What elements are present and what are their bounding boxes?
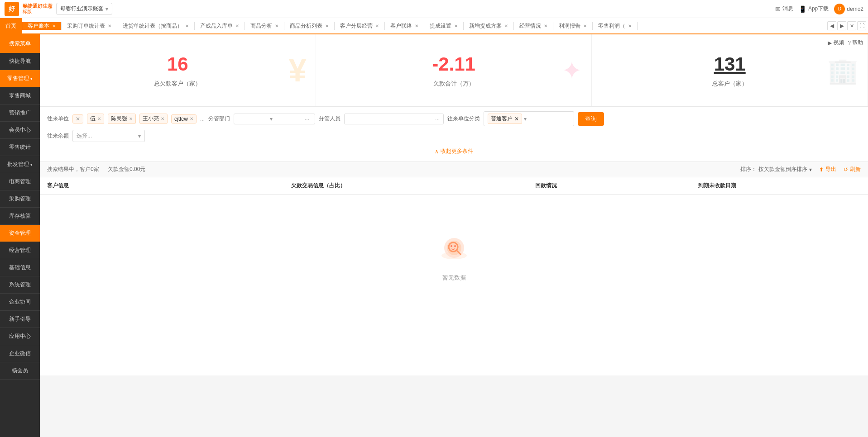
tab-promotion-settings-close[interactable]: ✕ [454,24,458,28]
tab-customer-tier-close[interactable]: ✕ [375,24,379,28]
filter-unit-clear-icon[interactable]: ✕ [76,116,80,122]
tab-retail-profit[interactable]: 零售利润（ ✕ [593,22,638,30]
help-label: 帮助 [852,39,863,47]
tab-scroll-area: 客户账本 ✕ 采购订单统计表 ✕ 进货单统计表（按商品） ✕ 产成品入库单 ✕ … [22,22,825,30]
tab-customer-contact[interactable]: 客户联络 ✕ [385,22,424,30]
sidebar-item-new-guide[interactable]: 新手引导 [0,311,40,328]
filter-more-tags[interactable]: ... [200,116,205,122]
sidebar-item-batch-mgmt[interactable]: 批发管理 ▾ [0,156,40,173]
tab-new-promotion-close[interactable]: ✕ [504,24,508,28]
user-profile[interactable]: D demo2 [834,4,863,14]
sidebar-item-premium[interactable]: 畅会员 [0,362,40,380]
sort-dropdown[interactable]: 排序： 按欠款金额倒序排序 ▾ [740,166,812,173]
tab-stock-stat-close[interactable]: ✕ [185,24,189,28]
tab-scroll-left[interactable]: ◀ [827,21,836,30]
sidebar-item-system[interactable]: 系统管理 [0,276,40,294]
tab-close-all[interactable]: ✕ [847,21,856,30]
svg-point-6 [454,245,456,247]
sidebar-item-marketing[interactable]: 营销推广 [0,104,40,122]
sidebar-item-app-center[interactable]: 应用中心 [0,328,40,345]
filter-person-select[interactable]: ··· [344,114,444,124]
filter-dept-label: 分管部门 [208,115,230,123]
tab-profit-report-close[interactable]: ✕ [583,24,587,28]
help-icon: ? [848,40,851,46]
video-btn[interactable]: ▶ 视频 [828,39,844,47]
org-name: 母婴行业演示账套 [60,5,104,13]
filter-row-2: 往来余额 选择... ▾ [47,130,861,142]
filter-tag-cjttcw-close[interactable]: ✕ [190,116,193,121]
data-table: 客户信息 欠款交易信息（占比） 回款情况 到期未收款日期 [40,177,868,375]
tab-product-analysis-list[interactable]: 商品分析列表 ✕ [284,22,335,30]
tab-scroll-right[interactable]: ▶ [837,21,846,30]
sidebar-quick-nav[interactable]: 快捷导航 [0,53,40,70]
filter-balance-select[interactable]: 选择... ▾ [72,130,145,142]
sidebar-search[interactable]: 搜索菜单 [0,34,40,53]
filter-tag-wang-close[interactable]: ✕ [161,116,164,121]
stat-total-customers-label: 总客户（家） [712,80,748,88]
sidebar-item-basic-info[interactable]: 基础信息 [0,259,40,276]
sidebar-item-retail-mall[interactable]: 零售商城 [0,87,40,104]
sidebar-item-capital[interactable]: 资金管理 [0,225,40,242]
filter-tag-cjttcw: cjttcw ✕ [171,114,197,124]
org-selector[interactable]: 母婴行业演示账套 ▾ [56,3,112,15]
tab-customer-book-label: 客户账本 [28,22,49,30]
tab-product-analysis-list-close[interactable]: ✕ [325,24,329,28]
tab-maximize[interactable]: ⛶ [857,21,866,30]
tab-product-analysis[interactable]: 商品分析 ✕ [245,22,284,30]
help-btn[interactable]: ? 帮助 [848,39,863,47]
sidebar-item-retail-stats[interactable]: 零售统计 [0,139,40,156]
sidebar-item-enterprise-coop[interactable]: 企业协同 [0,294,40,311]
sidebar-item-retail-mgmt[interactable]: 零售管理 ▾ [0,70,40,87]
sidebar-item-member[interactable]: 会员中心 [0,122,40,139]
logo-icon: 好 [5,2,19,16]
top-bar-left: 好 畅捷通好生意 标版 母婴行业演示账套 ▾ [5,2,112,16]
sidebar: 搜索菜单 快捷导航 零售管理 ▾ 零售商城 营销推广 会员中心 零售统计 批发管… [0,34,40,437]
export-btn[interactable]: ⬆ 导出 [819,166,836,173]
filter-dept-select[interactable]: ▾ ··· [234,114,315,124]
query-button[interactable]: 查询 [578,112,604,126]
refresh-btn[interactable]: ↺ 刷新 [844,166,861,173]
tab-product-analysis-close[interactable]: ✕ [275,24,278,28]
filter-tag-chen-close[interactable]: ✕ [129,116,133,121]
collapse-btn[interactable]: ∧ 收起更多条件 [47,146,861,157]
tab-customer-tier[interactable]: 客户分层经营 ✕ [335,22,385,30]
tab-customer-book-close[interactable]: ✕ [52,24,56,28]
tab-business-status-close[interactable]: ✕ [544,24,547,28]
tab-purchase-stat[interactable]: 采购订单统计表 ✕ [62,22,117,30]
sidebar-item-ops[interactable]: 经营管理 [0,242,40,259]
sidebar-item-capital-label: 资金管理 [9,230,31,236]
tab-new-promotion[interactable]: 新增提成方案 ✕ [464,22,514,30]
filter-row-1: 往来单位 ✕ 伍 ✕ 陈民强 ✕ 王小亮 ✕ cjttcw [47,111,861,126]
org-chevron-icon: ▾ [106,6,108,12]
tab-home[interactable]: 首页 [0,18,22,33]
tab-home-label: 首页 [5,22,16,30]
sidebar-item-inventory-label: 库存核算 [9,213,31,219]
message-btn[interactable]: ✉ 消息 [775,5,793,13]
sidebar-item-enterprise-wechat[interactable]: 企业微信 [0,345,40,362]
filter-tag-wu: 伍 ✕ [87,114,104,124]
filter-tag-wu-close[interactable]: ✕ [97,116,101,121]
sidebar-item-inventory[interactable]: 库存核算 [0,208,40,225]
tab-product-inbound-close[interactable]: ✕ [235,24,239,28]
tab-profit-report[interactable]: 利润报告 ✕ [553,22,593,30]
tab-business-status[interactable]: 经营情况 ✕ [514,22,553,30]
tab-retail-profit-close[interactable]: ✕ [628,24,632,28]
nav-tabs: 首页 客户账本 ✕ 采购订单统计表 ✕ 进货单统计表（按商品） ✕ 产成品入库单… [0,18,868,34]
search-result-count: 搜索结果中，客户0家 [47,166,99,172]
filter-customer-type-close[interactable]: ✕ [514,116,519,122]
tab-product-inbound[interactable]: 产成品入库单 ✕ [195,22,245,30]
stat-credit-customers: ¥ 16 总欠款客户（家） [40,34,316,106]
tab-stock-stat[interactable]: 进货单统计表（按商品） ✕ [117,22,195,30]
username: demo2 [847,6,863,12]
tab-customer-book[interactable]: 客户账本 ✕ [22,22,62,30]
app-download-btn[interactable]: 📱 App下载 [799,5,829,13]
tab-customer-contact-close[interactable]: ✕ [415,24,418,28]
sidebar-item-purchase[interactable]: 采购管理 [0,190,40,208]
tab-promotion-settings[interactable]: 提成设置 ✕ [424,22,464,30]
sidebar-item-ecommerce[interactable]: 电商管理 [0,173,40,190]
sidebar-item-new-guide-label: 新手引导 [9,316,31,322]
sidebar-quick-nav-label: 快捷导航 [9,58,31,64]
tab-purchase-stat-close[interactable]: ✕ [108,24,111,28]
filter-tag-chen: 陈民强 ✕ [108,114,136,124]
filter-unit-type-select[interactable]: 普通客户 ✕ ▾ [484,111,574,126]
